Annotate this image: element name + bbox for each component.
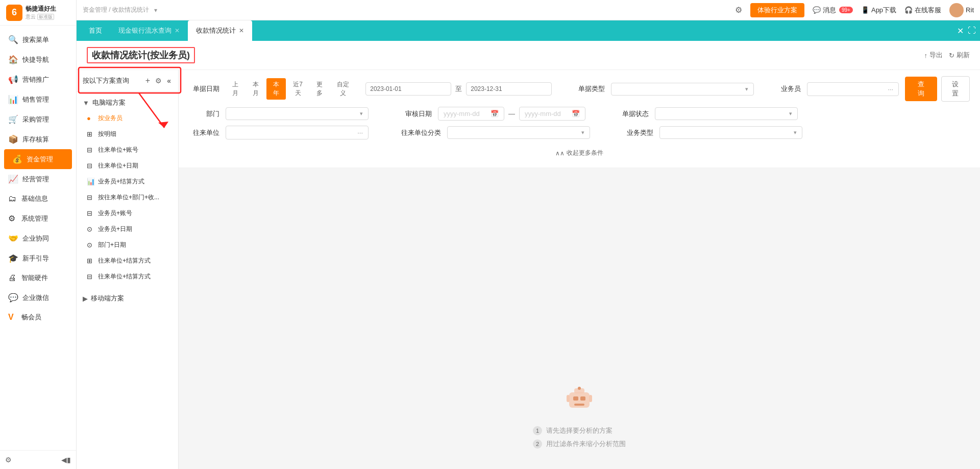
tab-receipt-stats-close[interactable]: ✕ [239, 27, 244, 34]
empty-illustration [559, 377, 600, 418]
filter-settings-btn[interactable]: 设置 [941, 76, 970, 102]
date-tab-thisyear[interactable]: 本年 [266, 78, 286, 100]
message-icon: 💬 [813, 6, 821, 14]
date-tab-lastmonth[interactable]: 上月 [226, 78, 245, 100]
sidebar-settings-btn[interactable]: ⚙ [4, 455, 13, 465]
tab-home[interactable]: 首页 [81, 20, 110, 41]
scheme-item-label-10: 往来单位+结算方式 [98, 272, 151, 281]
mobile-scheme-header[interactable]: ▶ 移动端方案 [77, 291, 178, 306]
scheme-item-0[interactable]: ● 按业务员 [81, 110, 178, 126]
date-tab-more[interactable]: 更多 [310, 78, 330, 100]
tab-bank-flow-close[interactable]: ✕ [175, 27, 180, 34]
step-1-label: 请先选择要分析的方案 [546, 426, 612, 435]
salesperson-input[interactable]: ··· [807, 82, 899, 96]
expand-icon-mobile: ▶ [83, 295, 88, 302]
sidebar-item-system[interactable]: ⚙ 系统管理 [0, 208, 76, 228]
sidebar-item-basic[interactable]: 🗂 基础信息 [0, 189, 76, 208]
sidebar-item-management[interactable]: 📈 经营管理 [0, 169, 76, 189]
sidebar-item-sales[interactable]: 📊 销售管理 [0, 89, 76, 109]
date-tab-7days[interactable]: 近7天 [287, 78, 309, 100]
sidebar-item-search[interactable]: 🔍 搜索菜单 [0, 30, 76, 50]
sidebar-item-newuser[interactable]: 🎓 新手引导 [0, 248, 76, 268]
sidebar-item-system-label: 系统管理 [21, 214, 48, 223]
docstatus-input[interactable]: ▾ [655, 107, 798, 120]
date-tab-custom[interactable]: 自定义 [330, 78, 355, 100]
sidebar-item-inventory[interactable]: 📦 库存核算 [0, 129, 76, 149]
scheme-item-9[interactable]: ⊞ 往来单位+结算方式 [81, 253, 178, 269]
sidebar-item-quicknav[interactable]: 🏠 快捷导航 [0, 50, 76, 69]
scheme-item-5[interactable]: ⊟ 按往来单位+部门+收... [81, 190, 178, 205]
svg-rect-3 [574, 404, 584, 406]
sidebar-item-finance[interactable]: 💰 资金管理 [4, 149, 72, 169]
partner-cat-chevron: ▾ [581, 129, 584, 136]
refresh-btn[interactable]: ↻ 刷新 [949, 51, 970, 60]
doctype-label: 单据类型 [574, 84, 605, 93]
sidebar-item-marketing[interactable]: 📢 营销推广 [0, 69, 76, 89]
salesperson-label: 业务员 [770, 84, 801, 93]
trial-btn[interactable]: 体验行业方案 [750, 3, 804, 17]
scheme-item-2[interactable]: ⊟ 往来单位+账号 [81, 142, 178, 158]
partner-cat-input[interactable]: ▾ [447, 126, 590, 139]
tab-bank-flow-label: 现金银行流水查询 [118, 26, 172, 35]
collapse-bar[interactable]: ∧∧ 收起更多条件 [189, 145, 970, 161]
page-header: 收款情况统计(按业务员) ↑ 导出 ↻ 刷新 [77, 41, 980, 70]
doctype-input[interactable]: ▾ [611, 83, 754, 96]
biztype-input[interactable]: ▾ [659, 126, 802, 139]
tab-maximize-btn[interactable]: ⛶ [968, 26, 976, 35]
download-icon: 📱 [861, 6, 869, 14]
scheme-item-8[interactable]: ⊙ 部门+日期 [81, 237, 178, 253]
messages-btn[interactable]: 💬 消息 99+ [813, 6, 853, 15]
scheme-items-list: ● 按业务员 ⊞ 按明细 ⊟ 往来单位+账号 ⊟ 往来单位+日期 [77, 110, 178, 285]
export-btn[interactable]: ↑ 导出 [924, 51, 943, 60]
sidebar-item-corp[interactable]: 🤝 企业协同 [0, 228, 76, 248]
sidebar-item-marketing-label: 营销推广 [22, 75, 49, 84]
scheme-icon-9: ⊞ [87, 257, 95, 265]
user-avatar-btn[interactable]: Rit [949, 3, 974, 17]
breadcrumb-dropdown-btn[interactable]: ▾ [153, 6, 158, 15]
partner-input[interactable]: ··· [226, 126, 369, 139]
sidebar-item-quicknav-label: 快捷导航 [22, 55, 49, 64]
hardware-nav-icon: 🖨 [8, 273, 17, 283]
scheme-item-label-3: 往来单位+日期 [98, 161, 138, 170]
dept-input[interactable]: ▾ [226, 107, 369, 120]
sidebar-collapse-btn[interactable]: ◀▮ [60, 455, 72, 465]
date-from-input[interactable] [365, 82, 451, 96]
audit-to-input[interactable]: yyyy-mm-dd 📅 [519, 107, 585, 121]
audit-from-input[interactable]: yyyy-mm-dd 📅 [438, 107, 504, 121]
date-tab-thismonth[interactable]: 本月 [246, 78, 265, 100]
scheme-settings-btn[interactable]: ⚙ [154, 76, 163, 86]
partner-more-dots[interactable]: ··· [357, 129, 363, 136]
add-scheme-btn[interactable]: + [144, 75, 151, 86]
online-service-label: 在线客服 [915, 6, 941, 15]
sidebar-item-member[interactable]: V 畅会员 [0, 308, 76, 327]
scheme-icon-3: ⊟ [87, 162, 95, 170]
query-btn[interactable]: 查询 [905, 77, 937, 101]
online-service-btn[interactable]: 🎧 在线客服 [904, 6, 941, 15]
scheme-collapse-btn[interactable]: « [166, 76, 172, 86]
newuser-nav-icon: 🎓 [8, 253, 18, 263]
page-title: 收款情况统计(按业务员) [87, 47, 195, 63]
sidebar-item-purchase[interactable]: 🛒 采购管理 [0, 109, 76, 129]
scheme-icon-7: ⊙ [87, 225, 95, 233]
tab-bank-flow[interactable]: 现金银行流水查询 ✕ [110, 20, 188, 41]
scheme-item-4[interactable]: 📊 业务员+结算方式 [81, 174, 178, 190]
sidebar-item-member-label: 畅会员 [21, 313, 41, 322]
scheme-item-label-0: 按业务员 [98, 114, 122, 123]
audit-to-value: yyyy-mm-dd [525, 110, 561, 118]
tab-receipt-stats[interactable]: 收款情况统计 ✕ [188, 20, 252, 41]
app-download-btn[interactable]: 📱 App下载 [861, 6, 896, 15]
sidebar-item-hardware[interactable]: 🖨 智能硬件 [0, 268, 76, 288]
tab-close-all-btn[interactable]: ✕ [957, 26, 964, 36]
scheme-item-1[interactable]: ⊞ 按明细 [81, 126, 178, 142]
corp-nav-icon: 🤝 [8, 233, 18, 243]
scheme-item-10[interactable]: ⊟ 往来单位+结算方式 [81, 269, 178, 285]
scheme-item-7[interactable]: ⊙ 业务员+日期 [81, 221, 178, 237]
scheme-item-3[interactable]: ⊟ 往来单位+日期 [81, 158, 178, 174]
date-to-input[interactable] [466, 82, 552, 96]
desktop-scheme-header[interactable]: ▼ 电脑端方案 [77, 95, 178, 110]
scheme-item-label-1: 按明细 [98, 130, 116, 138]
scheme-item-6[interactable]: ⊟ 业务员+账号 [81, 205, 178, 221]
settings-icon-btn[interactable]: ⚙ [735, 5, 742, 15]
sidebar-item-wechat[interactable]: 💬 企业微信 [0, 288, 76, 308]
salesperson-more-dots[interactable]: ··· [888, 85, 893, 93]
